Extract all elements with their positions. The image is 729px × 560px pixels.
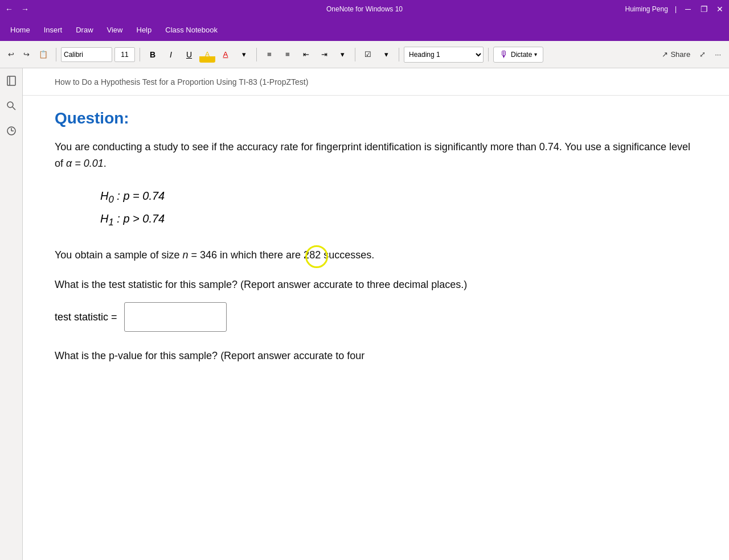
username-label: Huiming Peng	[625, 5, 668, 13]
undo-button[interactable]: ↩	[5, 46, 18, 64]
pvalue-text: What is the p-value for this sample? (Re…	[55, 348, 697, 364]
share-icon: ↗	[662, 50, 668, 59]
share-button[interactable]: ↗ Share	[658, 46, 694, 64]
main-content: Question: You are conducting a study to …	[23, 96, 729, 560]
font-size-input[interactable]	[114, 47, 135, 62]
italic-button[interactable]: I	[163, 47, 179, 63]
toolbar-sep-3	[256, 48, 257, 61]
menu-insert[interactable]: Insert	[38, 23, 68, 36]
app-title: OneNote for Windows 10	[326, 5, 403, 13]
underline-button[interactable]: U	[181, 47, 197, 63]
title-separator: |	[675, 5, 677, 13]
title-bar-left: ← →	[5, 5, 30, 14]
indent-increase-button[interactable]: ⇥	[316, 47, 332, 63]
left-sidebar	[0, 68, 23, 560]
back-button[interactable]: ←	[5, 5, 14, 14]
more-button[interactable]: ···	[711, 46, 724, 64]
highlight-button[interactable]: A	[199, 47, 215, 63]
indent-decrease-button[interactable]: ⇤	[298, 47, 314, 63]
question-heading: Question:	[55, 109, 697, 127]
clipboard-button[interactable]: 📋	[35, 46, 51, 64]
dictate-dropdown-icon: ▾	[534, 51, 537, 57]
question2-text: What is the test statistic for this samp…	[55, 277, 697, 293]
sidebar-icon-recent[interactable]	[3, 123, 19, 139]
sidebar-icon-notebooks[interactable]	[3, 73, 19, 89]
h1-equation: H1 : p > 0.74	[100, 208, 697, 231]
font-color-button[interactable]: A	[218, 47, 234, 63]
toolbar-sep-1	[56, 48, 56, 61]
alpha-symbol: α = 0.01	[66, 158, 104, 169]
mic-icon: 🎙	[499, 50, 509, 60]
menu-class-notebook[interactable]: Class Notebook	[159, 23, 223, 36]
title-bar: ← → OneNote for Windows 10 Huiming Peng …	[0, 0, 729, 18]
svg-rect-0	[7, 76, 15, 85]
close-button[interactable]: ✕	[715, 5, 724, 14]
toolbar-sep-4	[355, 48, 355, 61]
dictate-button[interactable]: 🎙 Dictate ▾	[493, 47, 543, 63]
test-stat-label: test statistic =	[55, 311, 117, 323]
menu-home[interactable]: Home	[5, 23, 36, 36]
heading-select[interactable]: Heading 1 Heading 2 Normal	[404, 47, 484, 63]
svg-point-2	[7, 102, 13, 108]
expand-button[interactable]: ⤢	[696, 46, 709, 64]
toolbar-sep-5	[399, 48, 399, 61]
page-title-area: How to Do a Hypothesis Test for a Propor…	[23, 68, 729, 96]
title-bar-right: Huiming Peng | ─ ❐ ✕	[625, 5, 725, 14]
list-button[interactable]: ≡	[261, 47, 277, 63]
question-text: You are conducting a study to see if the…	[55, 139, 697, 172]
page-breadcrumb: How to Do a Hypothesis Test for a Propor…	[55, 77, 308, 87]
toolbar-sep-2	[140, 48, 140, 61]
minimize-button[interactable]: ─	[683, 5, 693, 14]
sample-text: You obtain a sample of size n = 346 in w…	[55, 247, 697, 263]
h0-equation: H0 : p = 0.74	[100, 186, 697, 208]
menu-view[interactable]: View	[101, 23, 129, 36]
bold-button[interactable]: B	[145, 47, 161, 63]
test-stat-row: test statistic =	[55, 302, 697, 332]
dropdown-btn-1[interactable]: ▾	[236, 47, 252, 63]
font-name-input[interactable]	[61, 47, 112, 62]
menu-bar: Home Insert Draw View Help Class Noteboo…	[0, 18, 729, 41]
sidebar-icon-search[interactable]	[3, 98, 19, 114]
toolbar: ↩ ↪ 📋 B I U A A ▾ ≡ ≡ ⇤ ⇥ ▾ ☑ ▾ Heading …	[0, 41, 729, 68]
svg-line-3	[13, 107, 15, 110]
checkbox-button[interactable]: ☑	[360, 47, 376, 63]
redo-button[interactable]: ↪	[20, 46, 33, 64]
menu-draw[interactable]: Draw	[70, 23, 99, 36]
test-stat-input[interactable]	[124, 302, 227, 332]
dropdown-btn-2[interactable]: ▾	[334, 47, 350, 63]
toolbar-sep-6	[488, 48, 489, 61]
menu-help[interactable]: Help	[131, 23, 158, 36]
hypothesis-block: H0 : p = 0.74 H1 : p > 0.74	[100, 186, 697, 231]
numbered-list-button[interactable]: ≡	[280, 47, 296, 63]
maximize-button[interactable]: ❐	[699, 5, 708, 14]
dropdown-btn-3[interactable]: ▾	[378, 47, 394, 63]
forward-button[interactable]: →	[21, 5, 30, 14]
